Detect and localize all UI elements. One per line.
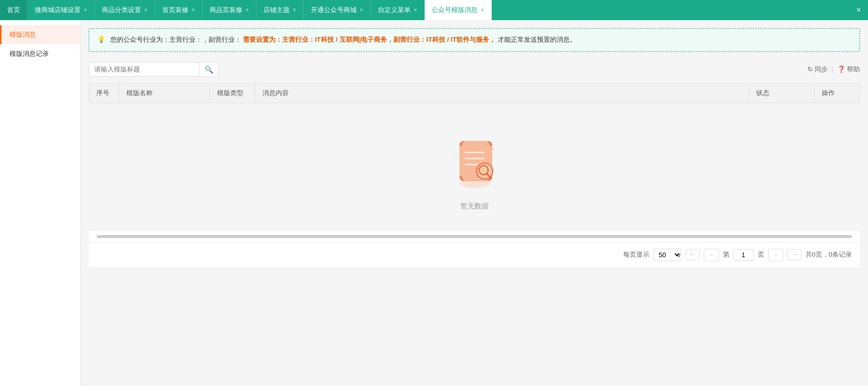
- sync-icon: ↻: [808, 65, 813, 73]
- nav-tab-product-category[interactable]: 商品分类设置×: [95, 0, 155, 20]
- data-table: 序号 模版名称 模版类型 消息内容 状态 操作: [89, 83, 860, 103]
- nav-tab-shop-theme[interactable]: 店铺主题×: [256, 0, 304, 20]
- pagination: 每页显示 50 10 20 100 ∨ ⊢ ＜ 第 页 ＞ ⊣ 共0页，0条记录: [89, 242, 860, 267]
- nav-tab-open-mall[interactable]: 开通公众号商城×: [304, 0, 371, 20]
- page-size-select[interactable]: 50 10 20 100: [653, 249, 682, 261]
- last-page-button[interactable]: ⊣: [787, 249, 802, 260]
- prev-page-button[interactable]: ＜: [704, 249, 719, 261]
- notice-icon: 💡: [97, 36, 105, 43]
- notice-box: 💡 您的公众号行业为：主营行业：，副营行业： 需要设置为：主营行业：IT科技 /…: [89, 28, 860, 52]
- nav-tab-home[interactable]: 首页: [0, 0, 28, 20]
- top-nav: 首页微商城店铺设置×商品分类设置×首页装修×商品页装修×店铺主题×开通公众号商城…: [0, 0, 868, 20]
- nav-tab-custom-menu[interactable]: 自定义菜单×: [371, 0, 425, 20]
- close-icon[interactable]: ×: [245, 7, 249, 14]
- col-header-name: 模版名称: [119, 83, 210, 103]
- notice-highlight: 需要设置为：主营行业：IT科技 / 互联网|电子商务，副营行业：IT科技 / I…: [243, 36, 496, 43]
- content-area: 💡 您的公众号行业为：主营行业：，副营行业： 需要设置为：主营行业：IT科技 /…: [81, 20, 868, 386]
- divider: |: [832, 65, 833, 73]
- nav-tab-template-msg[interactable]: 公众号模版消息×: [425, 0, 492, 20]
- page-number-input[interactable]: [733, 249, 754, 261]
- search-bar: 🔍 ↻ 同步 | ❓ 帮助: [89, 62, 860, 77]
- next-page-button[interactable]: ＞: [768, 249, 783, 261]
- empty-icon: ✦ ✦: [444, 133, 505, 194]
- page-unit-label: 页: [758, 250, 764, 259]
- sync-label: 同步: [815, 65, 828, 74]
- help-icon: ❓: [837, 65, 845, 73]
- svg-text:✦: ✦: [491, 146, 495, 152]
- col-header-action: 操作: [815, 83, 860, 103]
- current-page-label: 第: [723, 250, 729, 259]
- close-icon[interactable]: ×: [144, 7, 148, 14]
- sidebar: 模版消息模版消息记录: [0, 20, 81, 386]
- col-header-seq: 序号: [89, 83, 119, 103]
- page-size-label: 每页显示: [623, 250, 649, 259]
- search-button[interactable]: 🔍: [199, 62, 219, 77]
- col-header-content: 消息内容: [255, 83, 749, 103]
- svg-text:✦: ✦: [454, 155, 458, 160]
- sidebar-item-template-msg[interactable]: 模版消息: [0, 25, 80, 44]
- col-header-type: 模版类型: [210, 83, 255, 103]
- fake-scrollbar[interactable]: [97, 235, 852, 238]
- help-button[interactable]: ❓ 帮助: [837, 65, 860, 74]
- toolbar-right: ↻ 同步 | ❓ 帮助: [808, 65, 860, 74]
- notice-suffix: 才能正常发送预置的消息。: [498, 36, 576, 43]
- close-icon[interactable]: ×: [360, 7, 363, 14]
- nav-tab-wechat-shop[interactable]: 微商城店铺设置×: [28, 0, 95, 20]
- nav-tab-home-deco[interactable]: 首页装修×: [155, 0, 203, 20]
- close-icon[interactable]: ×: [293, 7, 296, 14]
- close-icon[interactable]: ×: [414, 7, 417, 14]
- search-icon: 🔍: [205, 65, 213, 73]
- search-input[interactable]: [89, 62, 199, 76]
- close-icon[interactable]: ×: [481, 7, 484, 14]
- close-all-button[interactable]: ×: [849, 6, 868, 15]
- col-header-status: 状态: [749, 83, 815, 103]
- first-page-button[interactable]: ⊢: [686, 249, 700, 260]
- sync-button[interactable]: ↻ 同步: [808, 65, 828, 74]
- close-icon[interactable]: ×: [84, 7, 87, 14]
- total-label: 共0页，0条记录: [806, 250, 852, 259]
- nav-tab-product-deco[interactable]: 商品页装修×: [203, 0, 256, 20]
- sidebar-item-template-record[interactable]: 模版消息记录: [0, 44, 80, 63]
- empty-text: 暂无数据: [89, 202, 860, 211]
- help-label: 帮助: [847, 65, 860, 74]
- scrollbar-row: [89, 231, 860, 242]
- close-icon[interactable]: ×: [191, 7, 195, 14]
- empty-state: ✦ ✦ 暂无数据: [89, 103, 860, 231]
- notice-prefix: 您的公众号行业为：主营行业：，副营行业：: [110, 36, 241, 43]
